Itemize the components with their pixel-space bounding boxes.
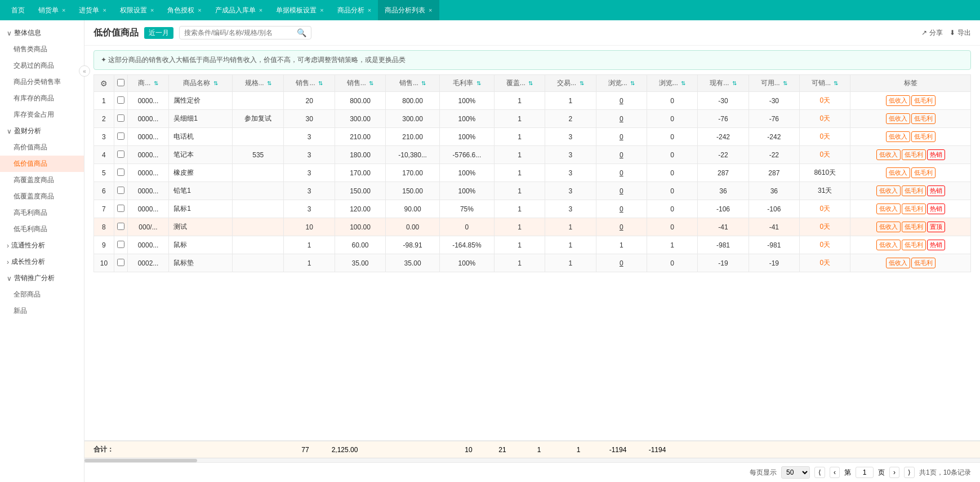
- nav-home[interactable]: 首页: [5, 0, 32, 20]
- sidebar-item-category-sales-rate[interactable]: 商品分类销售率: [0, 74, 84, 90]
- nav-permission-close[interactable]: ×: [150, 7, 154, 14]
- cell-checkbox[interactable]: [114, 110, 127, 128]
- nav-product-inbound-close[interactable]: ×: [259, 7, 262, 14]
- nav-purchase-order[interactable]: 进货单 ×: [72, 0, 113, 20]
- select-all-checkbox[interactable]: [117, 79, 124, 86]
- first-page-btn[interactable]: ⟨: [814, 467, 825, 478]
- col-saleable[interactable]: 可销... ⇅: [800, 75, 850, 92]
- nav-template-settings-close[interactable]: ×: [320, 7, 323, 14]
- sidebar-group-marketing[interactable]: ∨ 营销推广分析: [0, 270, 84, 286]
- filter-tag-recent-month[interactable]: 近一月: [144, 27, 173, 39]
- sidebar-group-liquidity[interactable]: › 流通性分析: [0, 237, 84, 254]
- page-size-select[interactable]: 50 100 200: [781, 466, 810, 479]
- nav-sales-order-close[interactable]: ×: [62, 7, 65, 14]
- prev-page-btn[interactable]: ‹: [830, 467, 840, 478]
- browse-link[interactable]: 0: [620, 259, 623, 267]
- row-checkbox[interactable]: [117, 205, 124, 212]
- col-sales-amt2[interactable]: 销售... ⇅: [386, 75, 440, 92]
- cell-checkbox[interactable]: [114, 92, 127, 110]
- cell-checkbox[interactable]: [114, 146, 127, 164]
- cell-browse1[interactable]: 0: [596, 164, 647, 182]
- sidebar-item-low-margin[interactable]: 低毛利商品: [0, 221, 84, 237]
- cell-name[interactable]: 吴细细1: [169, 110, 233, 128]
- sidebar-item-high-margin[interactable]: 高毛利商品: [0, 205, 84, 221]
- row-checkbox[interactable]: [117, 169, 124, 176]
- cell-name[interactable]: 铅笔1: [169, 182, 233, 200]
- col-code[interactable]: 商... ⇅: [127, 75, 168, 92]
- cell-checkbox[interactable]: [114, 182, 127, 200]
- sidebar-item-stock-capital[interactable]: 库存资金占用: [0, 107, 84, 123]
- browse-link[interactable]: 0: [620, 169, 623, 177]
- col-transaction[interactable]: 交易... ⇅: [545, 75, 596, 92]
- browse-link[interactable]: 0: [620, 133, 623, 141]
- export-button[interactable]: ⬇ 导出: [950, 28, 971, 38]
- row-checkbox[interactable]: [117, 132, 124, 140]
- horizontal-scrollbar[interactable]: [84, 458, 980, 462]
- col-gross-margin[interactable]: 毛利率 ⇅: [439, 75, 494, 92]
- cell-browse1[interactable]: 0: [596, 218, 647, 236]
- sidebar-group-growth[interactable]: › 成长性分析: [0, 254, 84, 270]
- sidebar-item-high-value[interactable]: 高价值商品: [0, 139, 84, 156]
- cell-checkbox[interactable]: [114, 236, 127, 254]
- sidebar-collapse-btn[interactable]: «: [79, 65, 90, 77]
- sidebar-item-stock-goods[interactable]: 有库存的商品: [0, 90, 84, 107]
- sidebar-item-traded-goods[interactable]: 交易过的商品: [0, 58, 84, 74]
- next-page-btn[interactable]: ›: [889, 467, 899, 478]
- col-browse2[interactable]: 浏览... ⇅: [647, 75, 697, 92]
- cell-browse1[interactable]: 0: [596, 200, 647, 218]
- row-checkbox[interactable]: [117, 259, 124, 266]
- cell-name[interactable]: 电话机: [169, 128, 233, 146]
- cell-browse1[interactable]: 0: [596, 182, 647, 200]
- sidebar-group-overall[interactable]: ∨ 整体信息: [0, 25, 84, 41]
- row-checkbox[interactable]: [117, 96, 124, 104]
- nav-role-auth[interactable]: 角色授权 ×: [161, 0, 208, 20]
- sidebar-item-low-value[interactable]: 低价值商品: [0, 156, 84, 172]
- browse-link[interactable]: 0: [620, 223, 623, 231]
- cell-browse1[interactable]: 0: [596, 110, 647, 128]
- cell-name[interactable]: 鼠标1: [169, 200, 233, 218]
- sidebar-item-low-coverage[interactable]: 低覆盖度商品: [0, 188, 84, 205]
- sidebar-item-high-coverage[interactable]: 高覆盖度商品: [0, 172, 84, 188]
- cell-browse1[interactable]: 0: [596, 128, 647, 146]
- sidebar-item-new-goods[interactable]: 新品: [0, 303, 84, 319]
- search-icon[interactable]: 🔍: [297, 28, 306, 37]
- cell-checkbox[interactable]: [114, 254, 127, 272]
- nav-product-analysis-list-close[interactable]: ×: [429, 7, 432, 14]
- row-checkbox[interactable]: [117, 241, 124, 248]
- cell-name[interactable]: 笔记本: [169, 146, 233, 164]
- cell-checkbox[interactable]: [114, 200, 127, 218]
- sidebar-item-all-goods[interactable]: 全部商品: [0, 286, 84, 303]
- col-name[interactable]: 商品名称 ⇅: [169, 75, 233, 92]
- nav-product-analysis[interactable]: 商品分析 ×: [331, 0, 378, 20]
- cell-browse1[interactable]: 0: [596, 254, 647, 272]
- nav-product-inbound[interactable]: 产成品入库单 ×: [208, 0, 269, 20]
- cell-name[interactable]: 橡皮擦: [169, 164, 233, 182]
- cell-browse1[interactable]: 0: [596, 146, 647, 164]
- col-settings[interactable]: ⚙: [94, 75, 114, 92]
- last-page-btn[interactable]: ⟩: [904, 467, 915, 478]
- browse-link[interactable]: 0: [620, 187, 623, 195]
- search-input[interactable]: [184, 29, 297, 37]
- col-browse1[interactable]: 浏览... ⇅: [596, 75, 647, 92]
- share-button[interactable]: ↗ 分享: [921, 28, 943, 38]
- cell-browse1[interactable]: 0: [596, 92, 647, 110]
- nav-product-analysis-list[interactable]: 商品分析列表 ×: [378, 0, 439, 20]
- cell-name[interactable]: 属性定价: [169, 92, 233, 110]
- nav-template-settings[interactable]: 单据模板设置 ×: [269, 0, 330, 20]
- browse-link[interactable]: 0: [620, 205, 623, 213]
- cell-checkbox[interactable]: [114, 164, 127, 182]
- sidebar-item-sales-goods[interactable]: 销售类商品: [0, 41, 84, 58]
- cell-checkbox[interactable]: [114, 218, 127, 236]
- cell-name[interactable]: 鼠标: [169, 236, 233, 254]
- browse-link[interactable]: 0: [620, 115, 623, 123]
- row-checkbox[interactable]: [117, 223, 124, 230]
- col-available[interactable]: 可用... ⇅: [749, 75, 799, 92]
- sidebar-group-finance[interactable]: ∨ 盈财分析: [0, 123, 84, 139]
- row-checkbox[interactable]: [117, 187, 124, 194]
- row-checkbox[interactable]: [117, 114, 124, 122]
- row-checkbox[interactable]: [117, 151, 124, 158]
- nav-role-auth-close[interactable]: ×: [198, 7, 201, 14]
- col-sales-amt1[interactable]: 销售... ⇅: [335, 75, 385, 92]
- col-checkbox[interactable]: [114, 75, 127, 92]
- page-number-input[interactable]: [856, 467, 874, 478]
